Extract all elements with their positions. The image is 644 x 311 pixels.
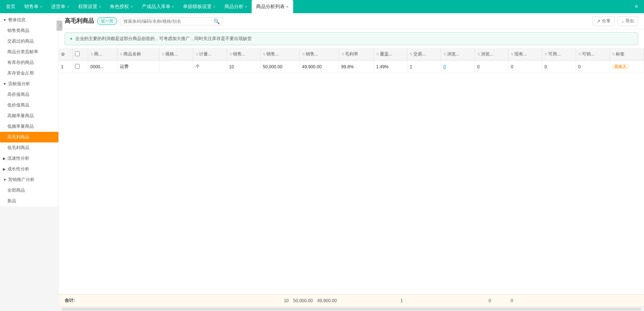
export-icon: ↓ bbox=[622, 19, 624, 24]
col-header-gross-rate[interactable]: ⇅毛利率 bbox=[339, 48, 374, 61]
sidebar-section-flow-analysis[interactable]: ▶流速性分析 bbox=[0, 153, 58, 164]
col-label-name: 商品名称 bbox=[123, 51, 141, 57]
sidebar: ▼整体信息销售类商品交易过的商品商品分类贡献率有库存的商品库存资金占用▼贡献值分… bbox=[0, 13, 59, 206]
select-all-checkbox[interactable] bbox=[75, 51, 80, 56]
col-header-code[interactable]: ⇅商... bbox=[88, 48, 118, 61]
top-nav: 首页销售单 ×进货单 ×权限设置 ×角色授权 ×产成品入库单 ×单据模板设置 ×… bbox=[0, 0, 644, 13]
sidebar-item-inventory-capital[interactable]: 库存资金占用 bbox=[0, 68, 58, 79]
col-label-browse2: 浏览... bbox=[481, 51, 493, 57]
col-header-coverage[interactable]: ⇅覆盖... bbox=[374, 48, 407, 61]
sort-icon-browse2: ⇅ bbox=[477, 52, 480, 56]
row-checkbox[interactable] bbox=[75, 64, 80, 69]
col-header-browse2[interactable]: ⇅浏览... bbox=[475, 48, 508, 61]
sidebar-item-high-profit[interactable]: 高毛利商品 bbox=[0, 132, 58, 142]
nav-close-template-settings[interactable]: × bbox=[213, 4, 215, 9]
nav-item-home[interactable]: 首页 bbox=[1, 0, 20, 13]
col-label-saleable: 可销... bbox=[582, 51, 594, 57]
nav-close-role-permissions[interactable]: × bbox=[130, 4, 133, 9]
info-banner: ✦ 企业的主要的利润都是这部分商品创造的，可考虑加大推广，同时关注库存是不要出现… bbox=[65, 32, 638, 45]
footer-available: 0 bbox=[471, 298, 493, 303]
info-icon: ✦ bbox=[69, 36, 73, 41]
sidebar-collapse-button[interactable]: 《 bbox=[57, 21, 62, 31]
col-header-current[interactable]: ⇅现有... bbox=[508, 48, 542, 61]
sidebar-section-overall-info[interactable]: ▼整体信息 bbox=[0, 15, 58, 25]
nav-item-sales-order[interactable]: 销售单 × bbox=[20, 0, 47, 13]
nav-close-product-entry[interactable]: × bbox=[172, 4, 174, 9]
sidebar-item-low-value[interactable]: 低价值商品 bbox=[0, 100, 58, 111]
table-container[interactable]: ⚙⇅商...⇅商品名称⇅规格...⇅计量...⇅销售...⇅销售...⇅销售..… bbox=[59, 48, 644, 294]
nav-close-sales-order[interactable]: × bbox=[40, 4, 42, 9]
col-header-name[interactable]: ⇅商品名称 bbox=[118, 48, 159, 61]
marketing-analysis-arrow-icon: ▼ bbox=[3, 178, 7, 182]
sidebar-item-traded-goods[interactable]: 交易过的商品 bbox=[0, 36, 58, 47]
col-label-coverage: 覆盖... bbox=[380, 51, 392, 57]
sidebar-item-low-profit[interactable]: 低毛利商品 bbox=[0, 142, 58, 153]
sidebar-item-inventory-goods[interactable]: 有库存的商品 bbox=[0, 57, 58, 68]
col-header-browse1[interactable]: ⇅浏览... bbox=[441, 48, 475, 61]
nav-close-purchase-order[interactable]: × bbox=[67, 4, 69, 9]
scrollbar-track[interactable] bbox=[62, 308, 641, 311]
col-label-tag: 标签 bbox=[616, 51, 625, 57]
sidebar-item-low-freq[interactable]: 低频率量商品 bbox=[0, 121, 58, 132]
footer-label: 合计: bbox=[65, 297, 75, 304]
sidebar-item-sales-goods[interactable]: 销售类商品 bbox=[0, 25, 58, 36]
nav-item-product-analysis[interactable]: 商品分析 × bbox=[220, 0, 252, 13]
col-label-spec: 规格... bbox=[165, 51, 178, 57]
col-label-sales-qty: 销售... bbox=[233, 51, 245, 57]
sidebar-item-high-value[interactable]: 高价值商品 bbox=[0, 89, 58, 100]
col-header-index[interactable]: ⚙ bbox=[59, 48, 73, 61]
col-header-checkbox[interactable] bbox=[73, 48, 88, 61]
sidebar-section-marketing-analysis[interactable]: ▼营销推广分析 bbox=[0, 174, 58, 185]
sidebar-section-label-growth-analysis: 成长性分析 bbox=[7, 166, 29, 172]
nav-close-product-analysis-list[interactable]: × bbox=[286, 4, 288, 9]
share-button[interactable]: ↗ 分享 bbox=[593, 16, 615, 26]
cell-checkbox[interactable] bbox=[73, 61, 88, 73]
search-input[interactable] bbox=[123, 19, 213, 24]
nav-item-role-permissions[interactable]: 角色授权 × bbox=[105, 0, 137, 13]
close-all-button[interactable]: × bbox=[630, 3, 643, 10]
page-title: 高毛利商品 bbox=[65, 17, 94, 25]
col-header-saleable[interactable]: ⇅可销... bbox=[576, 48, 609, 61]
sort-icon-sales-qty: ⇅ bbox=[229, 52, 232, 56]
filter-month-button[interactable]: 近一月 bbox=[97, 17, 117, 25]
share-icon: ↗ bbox=[597, 19, 600, 24]
browse-link[interactable]: 0 bbox=[443, 64, 446, 69]
sidebar-item-all-goods[interactable]: 全部商品 bbox=[0, 185, 58, 196]
cell-sales-cost: 49,900.00 bbox=[300, 61, 339, 73]
col-header-spec[interactable]: ⇅规格... bbox=[159, 48, 193, 61]
sidebar-item-high-freq[interactable]: 高频率量商品 bbox=[0, 111, 58, 121]
sort-icon-browse1: ⇅ bbox=[443, 52, 446, 56]
horizontal-scrollbar[interactable] bbox=[59, 307, 644, 311]
content-area: 高毛利商品 近一月 🔍 ↗ 分享 ↓ 导出 ✦ 企业的主要的利润都是这部分商品创… bbox=[59, 13, 644, 311]
col-header-unit[interactable]: ⇅计量... bbox=[193, 48, 227, 61]
cell-browse1[interactable]: 0 bbox=[441, 61, 475, 73]
col-label-trade: 交易... bbox=[413, 51, 426, 57]
col-header-sales-qty[interactable]: ⇅销售... bbox=[227, 48, 260, 61]
cell-trade: 1 bbox=[407, 61, 441, 73]
col-header-sales-cost[interactable]: ⇅销售... bbox=[300, 48, 339, 61]
sidebar-item-goods-analysis-rate[interactable]: 商品分类贡献率 bbox=[0, 47, 58, 57]
sidebar-section-financial-analysis[interactable]: ▼贡献值分析 bbox=[0, 79, 58, 89]
col-label-gross-rate: 毛利率 bbox=[345, 51, 358, 57]
col-header-trade[interactable]: ⇅交易... bbox=[407, 48, 441, 61]
settings-icon[interactable]: ⚙ bbox=[61, 52, 65, 57]
growth-analysis-arrow-icon: ▶ bbox=[3, 167, 6, 171]
nav-close-product-analysis[interactable]: × bbox=[245, 4, 247, 9]
tag-badge: 高收入 bbox=[612, 64, 629, 69]
export-label: 导出 bbox=[625, 18, 634, 24]
col-header-tag[interactable]: ⇅标签 bbox=[609, 48, 644, 61]
col-header-sales-amount[interactable]: ⇅销售... bbox=[260, 48, 300, 61]
nav-close-permission-settings[interactable]: × bbox=[99, 4, 101, 9]
sidebar-section-label-marketing-analysis: 营销推广分析 bbox=[8, 177, 35, 183]
sidebar-item-new-goods[interactable]: 新品 bbox=[0, 196, 58, 206]
nav-item-product-analysis-list[interactable]: 商品分析列表 × bbox=[252, 0, 293, 13]
col-header-available[interactable]: ⇅可用... bbox=[542, 48, 576, 61]
nav-item-permission-settings[interactable]: 权限设置 × bbox=[74, 0, 105, 13]
sidebar-section-growth-analysis[interactable]: ▶成长性分析 bbox=[0, 164, 58, 174]
cell-index: 1 bbox=[59, 61, 73, 73]
nav-item-product-entry[interactable]: 产成品入库单 × bbox=[137, 0, 179, 13]
nav-item-purchase-order[interactable]: 进货单 × bbox=[47, 0, 73, 13]
export-button[interactable]: ↓ 导出 bbox=[618, 16, 638, 26]
nav-item-template-settings[interactable]: 单据模板设置 × bbox=[179, 0, 220, 13]
sidebar-section-label-flow-analysis: 流速性分析 bbox=[7, 155, 29, 162]
